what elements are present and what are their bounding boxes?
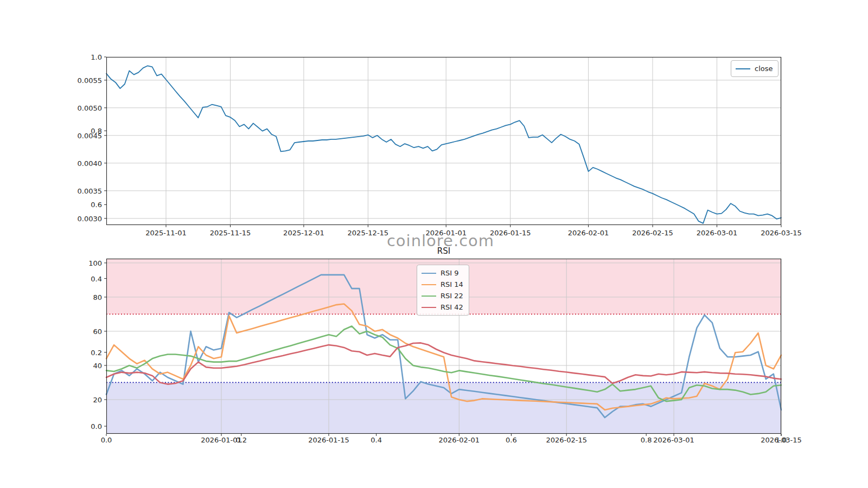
y-tick-label: 60 [93, 328, 102, 335]
legend-line-swatch [422, 284, 436, 285]
legend-label: RSI 14 [441, 280, 463, 288]
overlay-x-tick-label: 0.6 [506, 436, 517, 444]
y-tick-label: 80 [93, 293, 102, 300]
legend-label: RSI 9 [441, 269, 459, 277]
y-tick-label: 100 [88, 259, 102, 266]
legend-label: RSI 22 [441, 292, 463, 300]
legend-item: RSI 42 [422, 301, 463, 313]
overlay-y-tick-label: 0.2 [91, 349, 102, 356]
overlay-x-tick-label: 0.8 [641, 436, 652, 444]
y-tick-label: 0.0055 [78, 76, 103, 84]
x-tick-label: 2026-02-01 [568, 229, 609, 236]
x-tick-label: 2026-02-15 [546, 436, 587, 444]
legend-line-swatch [422, 296, 436, 297]
x-tick-label: 2026-03-15 [761, 229, 802, 236]
legend-item: close [736, 63, 773, 74]
overlay-x-tick-label: 0.0 [101, 436, 112, 444]
overlay-y-tick-label: 0.0 [91, 423, 102, 430]
y-tick-label: 20 [93, 396, 102, 403]
y-tick-label: 0.0050 [78, 104, 103, 111]
legend-label: RSI 42 [441, 303, 463, 311]
x-tick-label: 2026-01-15 [490, 229, 531, 236]
y-tick-label: 0.0035 [78, 187, 103, 194]
rsi-chart-title: RSI [437, 246, 450, 256]
legend-line-swatch [422, 307, 436, 308]
overlay-x-tick-label: 1.0 [776, 436, 787, 444]
x-tick-label: 2026-03-01 [697, 229, 738, 236]
close-legend: close [731, 60, 778, 77]
x-tick-label: 2026-02-01 [438, 436, 480, 444]
overlay-x-tick-label: 0.4 [371, 436, 382, 444]
y-tick-label: 40 [93, 362, 102, 369]
x-tick-label: 2026-02-15 [632, 229, 673, 236]
x-tick-label: 2026-01-15 [308, 436, 349, 444]
legend-line-swatch [422, 273, 436, 274]
overlay-y-tick-label: 1.0 [91, 54, 102, 61]
overlay-y-tick-label: 0.6 [91, 201, 102, 208]
legend-item: RSI 9 [422, 267, 463, 279]
y-tick-label: 0.0040 [78, 159, 103, 166]
x-tick-label: 2025-11-01 [145, 229, 187, 236]
y-tick-label: 0.0030 [78, 215, 103, 222]
rsi-legend: RSI 9RSI 14RSI 22RSI 42 [417, 265, 469, 316]
x-tick-label: 2025-12-01 [283, 229, 324, 236]
legend-item: RSI 14 [422, 279, 463, 290]
legend-label: close [755, 65, 773, 73]
overlay-y-tick-label: 0.8 [91, 127, 102, 134]
overlay-y-tick-label: 0.4 [91, 275, 102, 282]
overlay-x-tick-label: 0.2 [235, 436, 247, 444]
legend-line-swatch [736, 68, 750, 69]
price-chart-panel [106, 57, 781, 225]
x-tick-label: 2026-03-01 [653, 436, 694, 444]
legend-item: RSI 22 [422, 290, 463, 301]
chart-figure: 2025-11-012025-11-152025-12-012025-12-15… [0, 0, 868, 488]
x-tick-label: 2025-11-15 [210, 229, 251, 236]
x-tick-label: 2025-12-15 [348, 229, 389, 236]
